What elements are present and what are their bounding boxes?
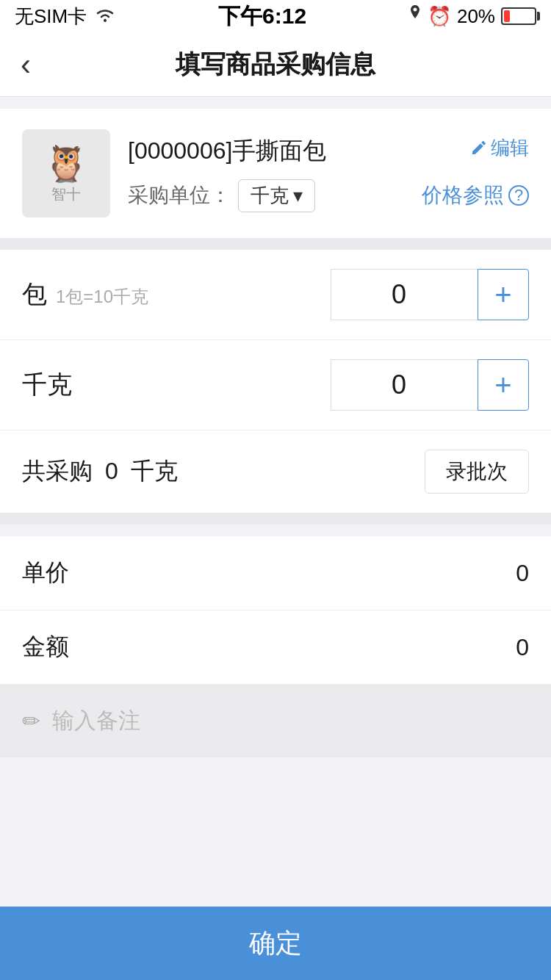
qty-input-kg[interactable]	[331, 359, 478, 411]
quantity-label-kg: 千克	[22, 368, 72, 402]
unit-price-value: 0	[516, 560, 529, 587]
price-ref-button[interactable]: 价格参照 ?	[422, 181, 529, 209]
quantity-row-bao: 包 1包=10千克 +	[0, 250, 551, 340]
unit-price-label: 单价	[22, 557, 69, 589]
unit-dropdown[interactable]: 千克 ▾	[238, 179, 315, 212]
nav-bar: ‹ 填写商品采购信息	[0, 32, 551, 97]
bottom-spacer	[0, 757, 551, 904]
remark-section[interactable]: ✏ 输入备注	[0, 684, 551, 757]
product-unit-row: 采购单位： 千克 ▾ 价格参照 ?	[128, 179, 529, 212]
price-row-amount: 金额 0	[0, 610, 551, 684]
edit-label: 编辑	[491, 135, 529, 161]
qty-input-group-kg: +	[331, 359, 529, 411]
battery-label: 20%	[457, 5, 495, 28]
summary-text: 共采购 0 千克	[22, 455, 178, 488]
svg-point-0	[104, 19, 107, 22]
remark-placeholder: 输入备注	[52, 706, 140, 736]
alarm-icon: ⏰	[428, 5, 451, 28]
carrier-label: 无SIM卡	[15, 4, 87, 29]
status-bar: 无SIM卡 下午6:12 ⏰ 20%	[0, 0, 551, 32]
confirm-label: 确定	[249, 926, 302, 962]
status-left: 无SIM卡	[15, 4, 116, 29]
section-divider-1	[0, 238, 551, 250]
product-thumb-inner: 🦉 智十	[44, 143, 88, 204]
back-button[interactable]: ‹	[21, 47, 31, 82]
unit-text-label: 采购单位：	[128, 181, 231, 209]
unit-selector-group: 采购单位： 千克 ▾	[128, 179, 315, 212]
status-time: 下午6:12	[218, 1, 306, 32]
batch-button[interactable]: 录批次	[425, 450, 529, 494]
quantity-label-bao: 包 1包=10千克	[22, 278, 148, 311]
main-content: 🦉 智十 [0000006]手撕面包 编辑 采购单位： 千克	[0, 109, 551, 978]
summary-value: 0	[105, 458, 118, 484]
quantity-row-kg: 千克 +	[0, 340, 551, 430]
wifi-icon	[94, 5, 116, 28]
price-row-unit: 单价 0	[0, 536, 551, 610]
battery-icon	[501, 7, 536, 25]
amount-label: 金额	[22, 631, 69, 663]
pencil-icon: ✏	[22, 708, 40, 734]
price-ref-label: 价格参照	[422, 181, 504, 209]
qty-input-group-bao: +	[331, 269, 529, 320]
amount-value: 0	[516, 634, 529, 661]
product-name: [0000006]手撕面包	[128, 135, 326, 167]
product-header: [0000006]手撕面包 编辑	[128, 135, 529, 167]
unit-bao-sub: 1包=10千克	[56, 285, 148, 309]
edit-button[interactable]: 编辑	[470, 135, 529, 161]
status-right: ⏰ 20%	[408, 5, 536, 28]
price-section: 单价 0 金额 0	[0, 536, 551, 684]
dropdown-arrow-icon: ▾	[293, 184, 303, 207]
confirm-button[interactable]: 确定	[0, 907, 551, 980]
qty-plus-bao[interactable]: +	[478, 269, 529, 320]
summary-row: 共采购 0 千克 录批次	[0, 430, 551, 513]
summary-unit: 千克	[131, 458, 178, 484]
thumb-label: 智十	[44, 184, 88, 204]
page-title: 填写商品采购信息	[176, 48, 375, 82]
qty-plus-kg[interactable]: +	[478, 359, 529, 411]
product-info: [0000006]手撕面包 编辑 采购单位： 千克 ▾ 价格	[128, 135, 529, 212]
qty-input-bao[interactable]	[331, 269, 478, 320]
unit-bao: 包	[22, 278, 47, 311]
section-divider-2	[0, 513, 551, 525]
product-card: 🦉 智十 [0000006]手撕面包 编辑 采购单位： 千克	[0, 109, 551, 238]
product-thumbnail: 🦉 智十	[22, 129, 110, 217]
unit-value: 千克	[251, 183, 289, 209]
unit-kg: 千克	[22, 368, 72, 402]
owl-icon: 🦉	[44, 143, 88, 184]
help-icon[interactable]: ?	[508, 185, 529, 206]
summary-prefix: 共采购	[22, 458, 93, 484]
location-icon	[408, 5, 422, 28]
quantity-section: 包 1包=10千克 + 千克 +	[0, 250, 551, 430]
